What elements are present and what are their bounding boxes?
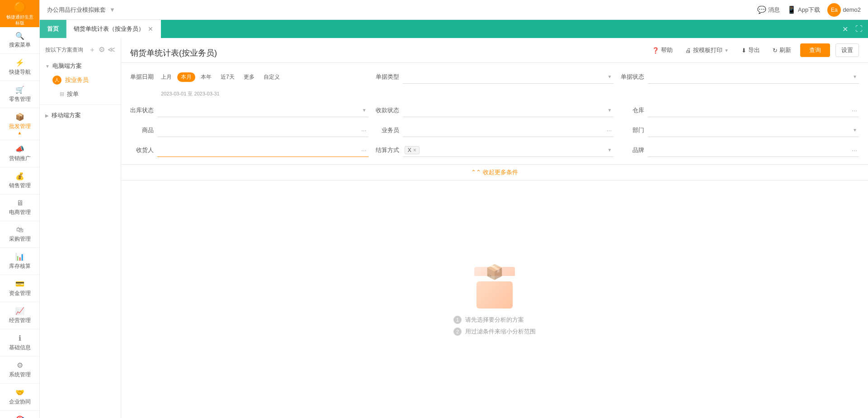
sidebar-item-finance[interactable]: 💳 资金管理: [0, 275, 39, 302]
desktop-section-title[interactable]: ▼ 电脑端方案: [40, 59, 121, 73]
app-download-btn[interactable]: 📱 App下载: [787, 5, 820, 14]
goods-label: 商品: [130, 126, 154, 134]
consignee-wrapper[interactable]: ···: [157, 143, 368, 157]
basic-info-label: 基础信息: [9, 344, 31, 352]
user-profile-btn[interactable]: Ea demo2: [827, 3, 861, 17]
brand-wrapper[interactable]: ···: [648, 143, 859, 157]
mobile-section-arrow: ▶: [45, 113, 49, 118]
goods-dots-icon[interactable]: ···: [361, 127, 367, 134]
filter-out-status: 出库状态 ▼: [130, 104, 368, 117]
warehouse-dots-icon[interactable]: ···: [852, 107, 857, 114]
sidebar-item-system[interactable]: ⚙ 系统管理: [0, 356, 39, 384]
page-header-actions: ❓ 帮助 🖨 按模板打印 ▼ ⬇ 导出 ↻ 刷新: [648, 43, 859, 62]
receipt-status-wrapper[interactable]: ▼: [403, 104, 614, 117]
goods-wrapper[interactable]: ···: [157, 124, 368, 137]
refresh-btn[interactable]: ↻ 刷新: [769, 44, 795, 56]
filter-settlement: 结算方式 X × ▼: [376, 143, 614, 157]
sidebar-item-purchase[interactable]: 🛍 采购管理: [0, 221, 39, 248]
sidebar-search-menu[interactable]: 🔍 搜索菜单: [0, 27, 39, 54]
topbar: 办公用品行业模拟账套 ▼ 💬 消息 📱 App下载 Ea demo2: [40, 0, 868, 20]
settings-btn[interactable]: 设置: [835, 43, 859, 57]
export-label: 导出: [748, 46, 760, 54]
sidebar-item-inventory[interactable]: 📊 库存核算: [0, 248, 39, 275]
sidebar-item-operations[interactable]: 📈 经营管理: [0, 302, 39, 329]
sidebar-item-onboarding[interactable]: 🎯 新手引导: [0, 411, 39, 418]
sales-label: 销售管理: [9, 182, 31, 190]
date-range-display: 2023-03-01 至 2023-03-31: [130, 90, 859, 97]
sidebar: 🟠 畅捷通好生意 标版 🔍 搜索菜单 ⚡ 快捷导航 🛒 零售管理 📦 批发管理 …: [0, 0, 40, 418]
date-btn-last-month[interactable]: 上月: [157, 72, 175, 82]
date-btn-this-month[interactable]: 本月: [177, 72, 195, 82]
marketing-label: 营销推广: [9, 155, 31, 162]
sidebar-item-sales[interactable]: 💰 销售管理: [0, 167, 39, 195]
collapse-panel-btn[interactable]: ≪: [108, 45, 115, 55]
out-status-wrapper[interactable]: ▼: [157, 104, 368, 117]
date-btn-7days[interactable]: 近7天: [217, 72, 238, 82]
settings-scheme-btn[interactable]: ⚙: [99, 45, 105, 55]
scheme-salesperson[interactable]: 人 按业务员: [40, 73, 121, 87]
template-print-btn[interactable]: 🖨 按模板打印 ▼: [682, 44, 732, 56]
sidebar-item-marketing[interactable]: 📣 营销推广: [0, 140, 39, 167]
filter-row-4: 收货人 ··· 结算方式 X × ▼: [130, 143, 859, 157]
date-btn-custom[interactable]: 自定义: [260, 72, 283, 82]
settlement-tag-close[interactable]: ×: [413, 147, 416, 153]
add-scheme-btn[interactable]: ＋: [89, 45, 96, 55]
mobile-section-label: 移动端方案: [52, 111, 81, 119]
system-label: 系统管理: [9, 371, 31, 379]
tab-home[interactable]: 首页: [40, 20, 66, 38]
tab-maximize-btn[interactable]: ⛶: [854, 23, 864, 35]
tip-text-2: 用过滤条件来缩小分析范围: [465, 328, 536, 336]
user-avatar: Ea: [827, 3, 841, 17]
sidebar-item-ecommerce[interactable]: 🖥 电商管理: [0, 195, 39, 221]
collapse-bar[interactable]: ⌃⌃ 收起更多条件: [121, 165, 868, 180]
scheme-order-prefix-icon: ⊞: [60, 91, 64, 97]
export-btn[interactable]: ⬇ 导出: [738, 44, 764, 56]
sales-icon: 💰: [15, 172, 24, 180]
doc-status-label: 单据状态: [621, 73, 644, 81]
receipt-status-label: 收款状态: [376, 106, 399, 114]
tab-close-window-btn[interactable]: ✕: [840, 23, 850, 35]
messages-btn[interactable]: 💬 消息: [757, 5, 780, 14]
salesperson-wrapper[interactable]: ···: [403, 124, 614, 137]
salesperson-dots-icon[interactable]: ···: [607, 127, 612, 134]
refresh-icon: ↻: [773, 47, 778, 54]
brand-dots-icon[interactable]: ···: [852, 147, 857, 154]
settlement-arrow-icon: ▼: [607, 147, 612, 152]
sidebar-item-quick-nav[interactable]: ⚡ 快捷导航: [0, 54, 39, 81]
mobile-section-title[interactable]: ▶ 移动端方案: [40, 109, 121, 122]
sidebar-item-enterprise-collab[interactable]: 🤝 企业协同: [0, 384, 39, 411]
sidebar-logo: 🟠 畅捷通好生意 标版: [0, 0, 40, 27]
date-btn-this-year[interactable]: 本年: [197, 72, 215, 82]
doc-type-wrapper[interactable]: ▼: [403, 70, 614, 84]
help-icon: ❓: [652, 47, 659, 54]
sidebar-item-retail[interactable]: 🛒 零售管理: [0, 81, 39, 108]
date-btn-more[interactable]: 更多: [240, 72, 258, 82]
filter-brand: 品牌 ···: [621, 143, 859, 157]
doc-status-wrapper[interactable]: ▼: [648, 70, 859, 84]
topbar-right: 💬 消息 📱 App下载 Ea demo2: [757, 3, 861, 17]
department-wrapper[interactable]: ▼: [648, 124, 859, 137]
warehouse-wrapper[interactable]: ···: [648, 104, 859, 117]
section-divider: [40, 104, 121, 105]
sidebar-item-basic-info[interactable]: ℹ 基础信息: [0, 329, 39, 356]
help-btn[interactable]: ❓ 帮助: [648, 44, 676, 56]
date-range-text: 2023-03-01 至 2023-03-31: [161, 91, 220, 96]
topbar-dropdown-arrow[interactable]: ▼: [109, 6, 115, 13]
filter-row-1: 单据日期 上月 本月 本年 近7天 更多 自定义 单据类型: [130, 70, 859, 84]
export-icon: ⬇: [741, 47, 746, 54]
filter-area: 单据日期 上月 本月 本年 近7天 更多 自定义 单据类型: [121, 63, 868, 165]
scheme-salesperson-label: 按业务员: [65, 76, 89, 84]
purchase-label: 采购管理: [9, 235, 31, 243]
tab-sales-stat[interactable]: 销货单统计表（按业务员） ✕: [66, 20, 161, 38]
scheme-salesperson-icon: 人: [52, 76, 61, 85]
tabbar-actions: ✕ ⛶: [840, 20, 868, 38]
consignee-dots-icon[interactable]: ···: [361, 147, 367, 154]
finance-label: 资金管理: [9, 290, 31, 297]
query-btn[interactable]: 查询: [800, 43, 830, 57]
scheme-order[interactable]: ⊞ 按单: [40, 87, 121, 101]
inventory-label: 库存核算: [9, 262, 31, 270]
warehouse-label: 仓库: [621, 106, 644, 114]
empty-state: 📦 1 请先选择要分析的方案 2 用过滤条件来缩小分析范围: [121, 180, 868, 418]
tab-close-icon[interactable]: ✕: [148, 26, 153, 32]
sidebar-item-wholesale[interactable]: 📦 批发管理 ▲: [0, 108, 39, 140]
